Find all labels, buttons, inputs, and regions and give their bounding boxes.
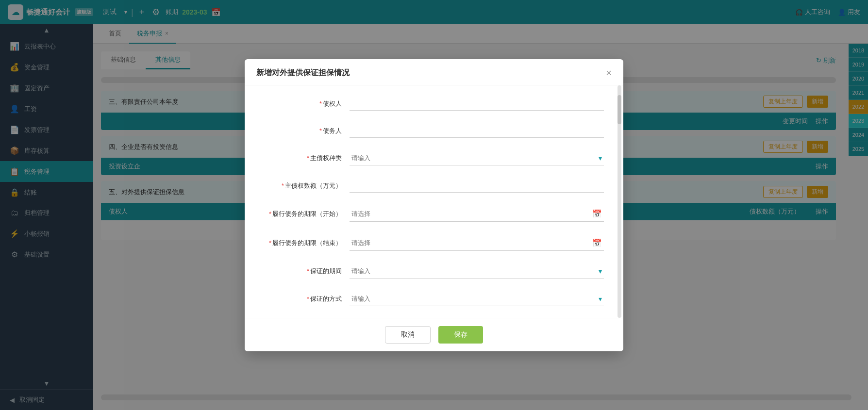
required-star-perform-start: * — [269, 210, 271, 217]
date-input-perform-start[interactable] — [351, 210, 592, 217]
modal: 新增对外提供保证担保情况 × *债权人 *债务人 — [245, 59, 623, 351]
label-perform-start: *履行债务的期限（开始） — [264, 210, 342, 218]
form-row-creditor: *债权人 — [264, 97, 604, 111]
form-row-credit-amount: *主债权数额（万元） — [264, 179, 604, 193]
label-perform-end: *履行债务的期限（结束） — [264, 239, 342, 247]
required-star-credit-amount: * — [282, 182, 284, 189]
select-input-credit-type[interactable] — [351, 154, 599, 162]
required-star-guarantee-method: * — [307, 295, 309, 302]
modal-scrollbar — [618, 85, 621, 318]
chevron-down-guarantee-method-icon: ▾ — [599, 295, 602, 303]
select-input-guarantee-period[interactable] — [351, 267, 599, 275]
save-button[interactable]: 保存 — [438, 326, 483, 344]
required-star-debtor: * — [319, 127, 322, 134]
form-row-debtor: *债务人 — [264, 124, 604, 138]
label-debtor: *债务人 — [264, 127, 342, 135]
select-input-guarantee-method[interactable] — [351, 295, 599, 302]
modal-scrollbar-thumb — [618, 95, 621, 124]
label-creditor: *债权人 — [264, 99, 342, 108]
label-credit-amount: *主债权数额（万元） — [264, 181, 342, 190]
required-star-creditor: * — [319, 100, 322, 107]
modal-title: 新增对外提供保证担保情况 — [256, 68, 350, 78]
modal-header: 新增对外提供保证担保情况 × — [245, 59, 623, 85]
form-row-perform-end: *履行债务的期限（结束） 📅 — [264, 235, 604, 251]
label-guarantee-period: *保证的期间 — [264, 267, 342, 276]
input-credit-amount[interactable] — [350, 179, 604, 193]
select-guarantee-period[interactable]: ▾ — [350, 264, 604, 279]
select-credit-type[interactable]: ▾ — [350, 151, 604, 165]
calendar-perform-end-icon[interactable]: 📅 — [592, 238, 602, 247]
date-wrap-perform-start[interactable]: 📅 — [350, 206, 604, 222]
select-guarantee-method[interactable]: ▾ — [350, 292, 604, 306]
form-row-guarantee-method: *保证的方式 ▾ — [264, 292, 604, 306]
form-row-credit-type: *主债权种类 ▾ — [264, 151, 604, 165]
modal-footer: 取消 保存 — [245, 318, 623, 351]
required-star-credit-type: * — [307, 154, 309, 162]
form-row-perform-start: *履行债务的期限（开始） 📅 — [264, 206, 604, 222]
modal-body: *债权人 *债务人 *主债权种类 ▾ — [245, 85, 623, 318]
chevron-down-credit-type-icon: ▾ — [599, 154, 602, 162]
calendar-perform-start-icon[interactable]: 📅 — [592, 209, 602, 218]
input-creditor[interactable] — [350, 97, 604, 111]
label-guarantee-method: *保证的方式 — [264, 295, 342, 303]
modal-overlay: 新增对外提供保证担保情况 × *债权人 *债务人 — [0, 0, 868, 410]
date-wrap-perform-end[interactable]: 📅 — [350, 235, 604, 251]
input-debtor[interactable] — [350, 124, 604, 138]
required-star-perform-end: * — [269, 239, 271, 246]
date-input-perform-end[interactable] — [351, 239, 592, 246]
required-star-guarantee-period: * — [307, 267, 309, 275]
label-credit-type: *主债权种类 — [264, 154, 342, 163]
modal-close-button[interactable]: × — [606, 68, 612, 78]
form-row-guarantee-period: *保证的期间 ▾ — [264, 264, 604, 279]
chevron-down-guarantee-period-icon: ▾ — [599, 267, 602, 275]
cancel-button[interactable]: 取消 — [385, 326, 431, 344]
